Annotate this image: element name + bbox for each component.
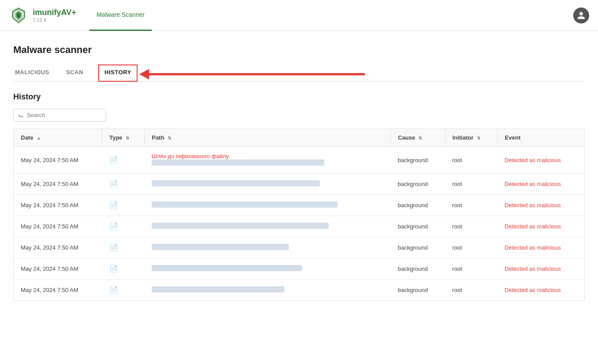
- cell-initiator: root: [445, 147, 498, 174]
- cell-type: 📄: [102, 195, 145, 216]
- cell-cause: background: [391, 174, 445, 195]
- cell-date: May 24, 2024 7:50 AM: [14, 258, 102, 280]
- path-blurred: [152, 244, 289, 250]
- tab-history[interactable]: HISTORY: [98, 64, 138, 82]
- cell-initiator: root: [445, 195, 498, 216]
- event-label: Detected as malicious: [505, 287, 561, 293]
- sort-icon-date: ▲: [37, 136, 41, 140]
- cell-cause: background: [391, 147, 445, 174]
- sort-icon-type: ⇅: [126, 136, 129, 140]
- col-path[interactable]: Path ⇅: [145, 129, 391, 147]
- cell-path: Шлях до інфікованого файлу: [145, 147, 391, 174]
- cell-date: May 24, 2024 7:50 AM: [14, 237, 102, 258]
- history-table: Date ▲ Type ⇅ Path ⇅ Cause ⇅ Initiator ⇅…: [13, 129, 585, 301]
- cell-type: 📄: [102, 280, 145, 301]
- col-type[interactable]: Type ⇅: [102, 129, 145, 147]
- logo-version: 7.12.4: [33, 17, 76, 23]
- event-label: Detected as malicious: [505, 181, 561, 187]
- table-row: May 24, 2024 7:50 AM📄backgroundrootDetec…: [14, 237, 585, 258]
- user-icon: [577, 11, 586, 20]
- logo-area: imunifyAV+ 7.12.4: [9, 6, 76, 25]
- search-icon: [18, 112, 24, 118]
- cell-date: May 24, 2024 7:50 AM: [14, 280, 102, 301]
- cell-event: Detected as malicious: [498, 174, 585, 195]
- cell-event: Detected as malicious: [498, 216, 585, 237]
- sort-icon-path: ⇅: [168, 136, 171, 140]
- file-icon: 📄: [109, 244, 118, 251]
- file-icon: 📄: [109, 223, 118, 230]
- event-label: Detected as malicious: [505, 157, 561, 163]
- cell-event: Detected as malicious: [498, 237, 585, 258]
- event-label: Detected as malicious: [505, 244, 561, 251]
- cell-initiator: root: [445, 258, 498, 280]
- cell-path: [145, 258, 391, 280]
- col-cause[interactable]: Cause ⇅: [391, 129, 445, 147]
- page-content: Malware scanner MALICIOUS SCAN HISTORY H…: [0, 31, 598, 364]
- col-initiator[interactable]: Initiator ⇅: [445, 129, 498, 147]
- path-blurred: [152, 180, 320, 186]
- cell-initiator: root: [445, 216, 498, 237]
- cell-path: [145, 174, 391, 195]
- path-blurred: [152, 159, 324, 166]
- col-event: Event: [498, 129, 585, 147]
- cell-event: Detected as malicious: [498, 280, 585, 301]
- cell-path: [145, 195, 391, 216]
- sub-tabs: MALICIOUS SCAN HISTORY: [13, 64, 585, 82]
- search-input[interactable]: [27, 112, 101, 118]
- path-label: Шлях до інфікованого файлу: [152, 153, 384, 159]
- cell-initiator: root: [445, 174, 498, 195]
- cell-type: 📄: [102, 216, 145, 237]
- cell-cause: background: [391, 195, 445, 216]
- cell-event: Detected as malicious: [498, 195, 585, 216]
- cell-path: [145, 216, 391, 237]
- table-row: May 24, 2024 7:50 AM📄backgroundrootDetec…: [14, 195, 585, 216]
- cell-type: 📄: [102, 147, 145, 174]
- logo-icon: [9, 6, 28, 25]
- cell-date: May 24, 2024 7:50 AM: [14, 174, 102, 195]
- sort-icon-cause: ⇅: [418, 136, 422, 140]
- app-header: imunifyAV+ 7.12.4 Malware Scanner: [0, 0, 598, 31]
- table-row: May 24, 2024 7:50 AM📄backgroundrootDetec…: [14, 280, 585, 301]
- cell-event: Detected as malicious: [498, 258, 585, 280]
- file-icon: 📄: [109, 156, 118, 164]
- cell-cause: background: [391, 216, 445, 237]
- cell-initiator: root: [445, 280, 498, 301]
- logo-text: imunifyAV+ 7.12.4: [33, 8, 76, 23]
- path-blurred: [152, 286, 284, 292]
- tab-malicious[interactable]: MALICIOUS: [13, 64, 51, 82]
- search-box: [13, 109, 106, 121]
- cell-cause: background: [391, 258, 445, 280]
- cell-type: 📄: [102, 237, 145, 258]
- table-row: May 24, 2024 7:50 AM📄backgroundrootDetec…: [14, 258, 585, 280]
- cell-path: [145, 280, 391, 301]
- path-blurred: [152, 223, 329, 229]
- tab-scan[interactable]: SCAN: [64, 64, 85, 82]
- path-blurred: [152, 201, 337, 208]
- table-row: May 24, 2024 7:50 AM📄Шлях до інфікованог…: [14, 147, 585, 174]
- sort-icon-initiator: ⇅: [477, 136, 480, 140]
- cell-event: Detected as malicious: [498, 147, 585, 174]
- cell-type: 📄: [102, 258, 145, 280]
- event-label: Detected as malicious: [505, 202, 561, 209]
- section-title: History: [13, 92, 585, 102]
- user-avatar[interactable]: [573, 8, 589, 23]
- cell-path: [145, 237, 391, 258]
- cell-cause: background: [391, 237, 445, 258]
- table-row: May 24, 2024 7:50 AM📄backgroundrootDetec…: [14, 216, 585, 237]
- cell-date: May 24, 2024 7:50 AM: [14, 216, 102, 237]
- path-blurred: [152, 265, 302, 271]
- cell-date: May 24, 2024 7:50 AM: [14, 195, 102, 216]
- table-row: May 24, 2024 7:50 AM📄backgroundrootDetec…: [14, 174, 585, 195]
- cell-type: 📄: [102, 174, 145, 195]
- nav-tab-malware-scanner[interactable]: Malware Scanner: [89, 0, 152, 31]
- event-label: Detected as malicious: [505, 265, 561, 272]
- page-title: Malware scanner: [13, 44, 585, 56]
- logo-brand: imunifyAV+: [33, 8, 76, 18]
- cell-cause: background: [391, 280, 445, 301]
- col-date[interactable]: Date ▲: [14, 129, 102, 147]
- file-icon: 📄: [109, 180, 118, 188]
- event-label: Detected as malicious: [505, 223, 561, 230]
- file-icon: 📄: [109, 265, 118, 273]
- cell-date: May 24, 2024 7:50 AM: [14, 147, 102, 174]
- cell-initiator: root: [445, 237, 498, 258]
